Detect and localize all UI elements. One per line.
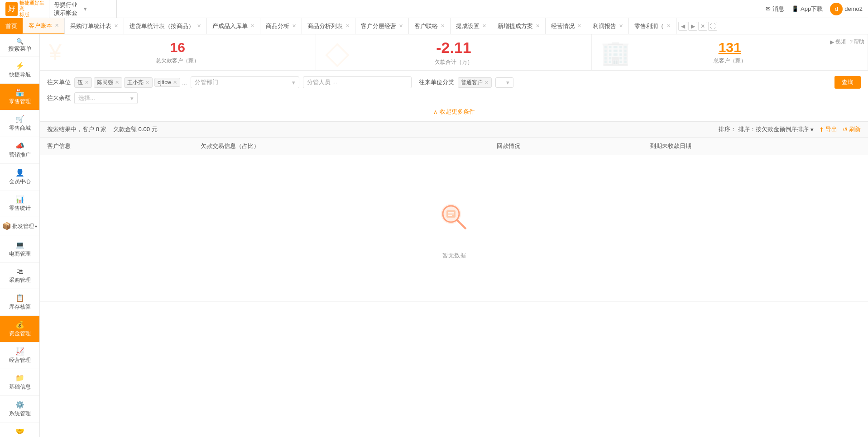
close-tab-product-analysis-list[interactable]: ✕: [345, 23, 350, 29]
inventory-icon: 📋: [2, 294, 38, 302]
stat-bg-icon-3: 🏢: [601, 38, 630, 66]
retail-stats-icon: 📊: [2, 195, 38, 204]
sidebar-item-member[interactable]: 👤 会员中心: [0, 164, 39, 190]
close-tab-product-analysis[interactable]: ✕: [292, 23, 296, 29]
close-tab-customer-segment[interactable]: ✕: [399, 23, 403, 29]
finance-icon: 💰: [2, 320, 38, 329]
tab-ops-status[interactable]: 经营情况 ✕: [546, 18, 587, 34]
sidebar-item-retail-stats[interactable]: 📊 零售统计: [0, 190, 39, 217]
remove-tag-wang[interactable]: ✕: [145, 80, 149, 86]
help-button[interactable]: ? 帮助: [849, 38, 864, 46]
filter-unit-class-select[interactable]: ▾: [495, 77, 513, 88]
empty-state: 暂无数据: [47, 161, 861, 296]
refresh-button[interactable]: ↺ 刷新: [843, 125, 861, 133]
stat-value-total-customers: 131: [719, 40, 741, 55]
logo-area: 好 畅捷通好生意 标版: [5, 0, 45, 18]
sidebar-search[interactable]: 🔍 搜索菜单: [0, 34, 39, 57]
close-tab-ops[interactable]: ✕: [577, 23, 581, 29]
close-tab-commission[interactable]: ✕: [482, 23, 486, 29]
close-tab-inbound[interactable]: ✕: [197, 23, 201, 29]
collapse-filter-button[interactable]: ∧ 收起更多条件: [47, 108, 861, 116]
video-help-button[interactable]: ▶ 视频: [830, 38, 846, 46]
stat-label-overdue-customers: 总欠款客户（家）: [156, 57, 199, 65]
result-actions: 排序： 排序：按欠款金额倒序排序 ▾ ⬆ 导出 ↺ 刷新: [719, 125, 861, 133]
nav-prev-button[interactable]: ◀: [678, 22, 687, 31]
close-tab-profit[interactable]: ✕: [619, 23, 623, 29]
tab-product-analysis[interactable]: 商品分析 ✕: [260, 18, 302, 34]
sidebar-item-basic-info[interactable]: 📁 基础信息: [0, 369, 39, 396]
stat-overdue-amount: ◇ -2.11 欠款合计（万）: [316, 34, 592, 70]
filter-dept-select[interactable]: 分管部门 ▾: [191, 76, 299, 88]
purchase-icon: 🛍: [2, 267, 38, 276]
message-button[interactable]: ✉ 消息: [766, 5, 784, 13]
stat-value-overdue-customers: 16: [170, 40, 185, 55]
sidebar-item-wholesale[interactable]: 📦 批发管理 ▾: [0, 217, 39, 236]
close-tab-new-commission[interactable]: ✕: [536, 23, 540, 29]
close-tab-customer-ledger[interactable]: ✕: [55, 23, 59, 28]
collapse-icon: ∧: [433, 109, 438, 115]
member-icon: 👤: [2, 168, 38, 177]
tab-home[interactable]: 首页: [0, 18, 23, 34]
app-download-button[interactable]: 📱 App下载: [791, 5, 823, 13]
nav-close-all-button[interactable]: ✕: [698, 22, 707, 31]
close-tab-product-inbound[interactable]: ✕: [250, 23, 254, 29]
sidebar-item-quick-nav[interactable]: ⚡ 快捷导航: [0, 57, 39, 84]
tab-profit-report[interactable]: 利润报告 ✕: [587, 18, 629, 34]
tab-product-analysis-list[interactable]: 商品分析列表 ✕: [302, 18, 355, 34]
balance-dropdown-icon: ▾: [130, 95, 134, 102]
workspace-selector[interactable]: 母婴行业演示帐套 ▾: [49, 0, 117, 19]
tab-customer-contact[interactable]: 客户联络 ✕: [409, 18, 451, 34]
tab-customer-segment[interactable]: 客户分层经营 ✕: [355, 18, 409, 34]
sys-mgmt-icon: ⚙️: [2, 400, 38, 409]
basic-info-icon: 📁: [2, 374, 38, 382]
stat-label-overdue-amount: 欠款合计（万）: [435, 58, 473, 66]
stat-overdue-customers: ¥ 16 总欠款客户（家）: [40, 34, 316, 70]
sidebar-item-ecommerce[interactable]: 💻 电商管理: [0, 236, 39, 263]
remove-tag-cjttcw[interactable]: ✕: [173, 80, 177, 86]
sidebar-item-marketing[interactable]: 📣 营销推广: [0, 137, 39, 164]
tab-product-inbound[interactable]: 产成品入库单 ✕: [207, 18, 260, 34]
close-tab-purchase[interactable]: ✕: [114, 23, 118, 29]
retail-mgmt-icon: 🏪: [2, 88, 38, 97]
help-icon: ?: [849, 39, 853, 45]
tab-purchase-order-stats[interactable]: 采购订单统计表 ✕: [65, 18, 124, 34]
empty-text: 暂无数据: [442, 252, 466, 260]
remove-tag-chen[interactable]: ✕: [115, 80, 119, 86]
filter-area: 往来单位 伍 ✕ 陈民强 ✕ 王小亮 ✕: [40, 71, 868, 122]
search-button[interactable]: 查询: [834, 76, 861, 89]
sidebar-item-finance[interactable]: 💰 资金管理: [0, 316, 39, 342]
tab-customer-ledger[interactable]: 客户账本 ✕: [23, 18, 65, 34]
nav-next-button[interactable]: ▶: [688, 22, 697, 31]
tab-new-commission[interactable]: 新增提成方案 ✕: [492, 18, 546, 34]
sidebar-item-retail-mall[interactable]: 🛒 零售商城: [0, 110, 39, 137]
remove-tag-wu[interactable]: ✕: [85, 80, 89, 86]
sidebar-item-inventory[interactable]: 📋 库存核算: [0, 289, 39, 316]
filter-tag-wu: 伍 ✕: [74, 77, 92, 88]
user-avatar[interactable]: d demo2: [830, 3, 863, 15]
sort-dropdown-icon: ▾: [810, 126, 814, 133]
close-tab-retail-profit[interactable]: ✕: [667, 23, 671, 29]
filter-balance-select[interactable]: 选择... ▾: [74, 92, 138, 104]
export-button[interactable]: ⬆ 导出: [819, 125, 837, 133]
close-tab-customer-contact[interactable]: ✕: [441, 23, 445, 29]
retail-mall-icon: 🛒: [2, 115, 38, 124]
remove-tag-normal-customer[interactable]: ✕: [484, 80, 489, 86]
filter-more-tags[interactable]: ...: [182, 79, 187, 86]
nav-expand-button[interactable]: ⛶: [708, 22, 717, 31]
tab-inbound-stats[interactable]: 进货单统计表（按商品） ✕: [124, 18, 207, 34]
sidebar-item-sys-mgmt[interactable]: ⚙️ 系统管理: [0, 396, 39, 423]
tab-retail-profit[interactable]: 零售利润（ ✕: [629, 18, 676, 34]
sort-selector[interactable]: 排序： 排序：按欠款金额倒序排序 ▾: [719, 125, 814, 133]
filter-unit-class-tags: 普通客户 ✕: [458, 77, 492, 88]
enterprise-icon: 🤝: [2, 427, 38, 436]
filter-staff-select[interactable]: 分管人员 ···: [303, 76, 412, 88]
filter-row-1: 往来单位 伍 ✕ 陈民强 ✕ 王小亮 ✕: [47, 76, 861, 89]
quick-nav-icon: ⚡: [2, 62, 38, 70]
sidebar-item-ops[interactable]: 📈 经营管理: [0, 342, 39, 369]
sidebar-item-retail-mgmt[interactable]: 🏪 零售管理: [0, 84, 39, 110]
sidebar-item-purchase[interactable]: 🛍 采购管理: [0, 263, 39, 289]
tab-commission-settings[interactable]: 提成设置 ✕: [451, 18, 492, 34]
ecommerce-icon: 💻: [2, 241, 38, 249]
stat-value-overdue-amount: -2.11: [436, 39, 471, 57]
sidebar-item-enterprise[interactable]: 🤝 企业协同: [0, 423, 39, 437]
